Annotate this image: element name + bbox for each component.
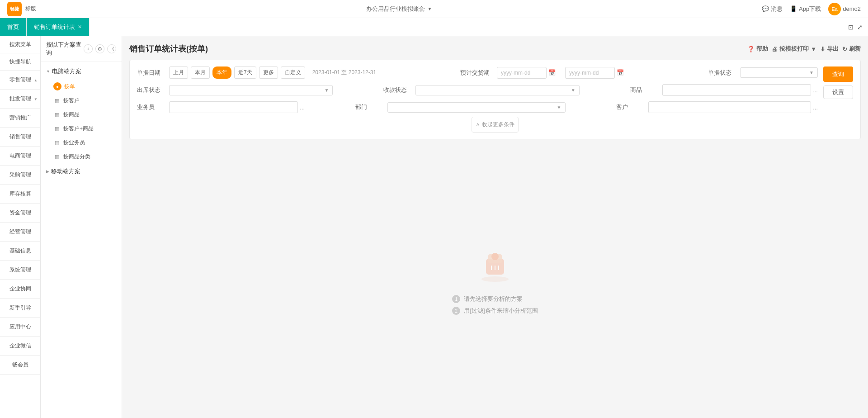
empty-state: 1 请先选择要分析的方案 2 用[过滤]条件来缩小分析范围	[129, 145, 861, 411]
sidebar-item-ecommerce[interactable]: 电商管理	[0, 147, 40, 166]
sidebar-item-newbie[interactable]: 新手引导	[0, 299, 40, 318]
sidebar-item-search-menu[interactable]: 搜索菜单	[0, 36, 40, 53]
scheme-by-salesperson[interactable]: ▤ 按业务员	[41, 136, 122, 150]
export-btn[interactable]: ⬇ 导出	[820, 45, 839, 53]
expected-date-end[interactable]	[565, 67, 615, 79]
scheme-by-category[interactable]: ▦ 按商品分类	[41, 150, 122, 164]
sidebar: 搜索菜单 快捷导航 零售管理 批发管理 营销推广 销售管理 电商管理 采购管理 …	[0, 36, 41, 418]
sidebar-item-quick-nav[interactable]: 快捷导航	[0, 53, 40, 71]
department-select[interactable]: ▼	[387, 102, 566, 113]
sidebar-item-sales-mgmt[interactable]: 销售管理	[0, 128, 40, 147]
customer-more-btn[interactable]: ...	[813, 104, 818, 111]
pc-scheme-parent[interactable]: ▼ 电脑端方案	[41, 64, 122, 79]
sidebar-item-purchase[interactable]: 采购管理	[0, 166, 40, 185]
date-btn-custom[interactable]: 自定义	[281, 66, 305, 79]
sidebar-item-retail[interactable]: 零售管理	[0, 71, 40, 90]
page-title-bar: 销售订单统计表(按单) ❓ 帮助 🖨 按模板打印 ▼ ⬇ 导出 ↻ 刷新	[129, 43, 861, 54]
department-label: 部门	[355, 103, 380, 111]
page-title: 销售订单统计表(按单)	[129, 43, 208, 54]
page-title-actions: ❓ 帮助 🖨 按模板打印 ▼ ⬇ 导出 ↻ 刷新	[747, 45, 861, 53]
sidebar-item-wholesale[interactable]: 批发管理	[0, 90, 40, 109]
sidebar-item-operations[interactable]: 经营管理	[0, 223, 40, 242]
sidebar-item-inventory[interactable]: 库存核算	[0, 185, 40, 204]
print-btn[interactable]: 🖨 按模板打印 ▼	[772, 45, 816, 53]
calendar-icon-end[interactable]: 📅	[617, 69, 624, 76]
date-btn-this-year[interactable]: 本年	[212, 66, 231, 79]
goods-more-btn[interactable]: ...	[813, 87, 818, 94]
sidebar-item-basic[interactable]: 基础信息	[0, 242, 40, 261]
main-content: 搜索菜单 快捷导航 零售管理 批发管理 营销推广 销售管理 电商管理 采购管理 …	[0, 36, 868, 418]
tab-close-icon[interactable]: ✕	[78, 24, 82, 30]
date-btn-last-month[interactable]: 上月	[169, 66, 188, 79]
refresh-btn[interactable]: ↻ 刷新	[842, 45, 861, 53]
tab-sales-stats[interactable]: 销售订单统计表 ✕	[27, 18, 90, 36]
scheme-by-cust-prod[interactable]: ▦ 按客户+商品	[41, 122, 122, 136]
workspace-dropdown-icon: ▼	[428, 6, 432, 11]
salesperson-input[interactable]	[169, 101, 298, 113]
avatar: Ea	[828, 3, 841, 15]
user-menu[interactable]: Ea demo2	[828, 3, 861, 15]
scheme-by-product[interactable]: ▦ 按商品	[41, 108, 122, 122]
sidebar-item-apps[interactable]: 应用中心	[0, 318, 40, 337]
empty-tip-2: 2 用[过滤]条件来缩小分析范围	[452, 307, 538, 315]
empty-tips: 1 请先选择要分析的方案 2 用[过滤]条件来缩小分析范围	[452, 295, 538, 315]
help-btn[interactable]: ❓ 帮助	[747, 45, 768, 53]
filter-panel: 单据日期 上月 本月 本年 近7天 更多 自定义 2023-01-01 至 20…	[129, 60, 861, 139]
app-name: 标版	[25, 5, 36, 13]
sidebar-item-marketing[interactable]: 营销推广	[0, 109, 40, 128]
sidebar-item-finance[interactable]: 资金管理	[0, 204, 40, 223]
messages-btn[interactable]: 💬 消息	[762, 5, 783, 13]
expected-date-label: 预计交货期	[460, 69, 490, 77]
left-panel-title: 按以下方案查询	[46, 41, 84, 57]
mobile-scheme-parent[interactable]: ▶ 移动端方案	[41, 164, 122, 179]
date-range-display: 2023-01-01 至 2023-12-31	[312, 69, 376, 76]
workspace-selector[interactable]: 办公用品行业模拟账套 ▼	[366, 5, 432, 13]
scheme-by-customer[interactable]: ▦ 按客户	[41, 94, 122, 108]
help-icon: ❓	[747, 46, 755, 52]
sidebar-item-system[interactable]: 系统管理	[0, 261, 40, 280]
customer-input[interactable]	[648, 101, 811, 113]
window-restore-icon[interactable]: ⊡	[848, 24, 854, 31]
scheme-by-order[interactable]: ● 按单	[41, 79, 122, 94]
goods-input[interactable]	[662, 84, 811, 96]
sidebar-item-wechat[interactable]: 企业微信	[0, 337, 40, 356]
tab-bar: 首页 销售订单统计表 ✕ ⊡ ⤢	[0, 18, 868, 36]
payment-status-select[interactable]: ▼	[415, 85, 579, 95]
query-button[interactable]: 查询	[823, 66, 853, 82]
settings-scheme-btn[interactable]: ⚙	[95, 44, 104, 53]
tip-num-2: 2	[452, 307, 460, 315]
calendar-icon-start[interactable]: 📅	[548, 69, 556, 76]
sidebar-item-member[interactable]: 畅会员	[0, 356, 40, 375]
salesperson-more-btn[interactable]: ...	[300, 104, 305, 111]
tab-home[interactable]: 首页	[0, 18, 27, 36]
setting-button[interactable]: 设置	[823, 86, 853, 99]
left-panel-header: 按以下方案查询 + ⚙ 《	[41, 36, 122, 62]
date-btn-more[interactable]: 更多	[259, 66, 278, 79]
message-icon: 💬	[762, 5, 769, 12]
shipment-status-dropdown-icon: ▼	[324, 88, 329, 93]
date-btn-7days[interactable]: 近7天	[234, 66, 256, 79]
app-download-btn[interactable]: 📱 App下载	[790, 5, 821, 13]
sidebar-item-enterprise[interactable]: 企业协同	[0, 280, 40, 299]
print-icon: 🖨	[772, 46, 778, 52]
download-icon: 📱	[790, 5, 797, 12]
expected-date-start[interactable]	[497, 67, 547, 79]
bill-status-select[interactable]: ▼	[740, 67, 818, 78]
left-panel: 按以下方案查询 + ⚙ 《 ▼ 电脑端方案 ● 按单 ▦ 按客户 ▦ 按商品	[41, 36, 122, 418]
collapse-panel-btn[interactable]: 《	[107, 44, 116, 53]
top-bar-right: 💬 消息 📱 App下载 Ea demo2	[762, 3, 861, 15]
bill-status-label: 单据状态	[708, 69, 733, 77]
add-scheme-btn[interactable]: +	[84, 44, 93, 53]
collapse-filter-btn[interactable]: ∧ 收起更多条件	[472, 117, 518, 133]
scheme-icon: ▤	[53, 139, 61, 147]
shipment-status-select[interactable]: ▼	[169, 85, 333, 95]
filter-row-1: 单据日期 上月 本月 本年 近7天 更多 自定义 2023-01-01 至 20…	[137, 66, 818, 79]
shipment-status-label: 出库状态	[137, 86, 162, 94]
empty-tip-1: 1 请先选择要分析的方案	[452, 295, 538, 303]
date-btn-this-month[interactable]: 本月	[191, 66, 210, 79]
action-buttons: 查询 设置	[823, 66, 853, 99]
customer-label: 客户	[616, 103, 641, 111]
window-maximize-icon[interactable]: ⤢	[857, 24, 863, 31]
scheme-icon: ▦	[53, 153, 61, 161]
payment-status-label: 收款状态	[383, 86, 408, 94]
